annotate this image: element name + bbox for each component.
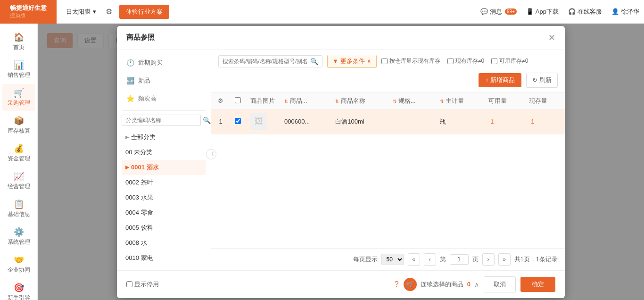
cart-collapse-icon[interactable]: ∧	[474, 281, 479, 288]
product-toolbar: 🔍 ▼ 更多条件 ∧ 按仓库显示现有库存	[211, 50, 565, 93]
col-code-header[interactable]: ⇅ 商品...	[280, 93, 330, 109]
chevron-down-icon: ▾	[93, 8, 96, 15]
row-checkbox[interactable]	[230, 109, 246, 134]
col-name-header[interactable]: ⇅ 商品名称	[330, 93, 388, 109]
product-thumbnail: 🖼	[250, 113, 267, 130]
nav-right: 💬 消息 99+ 📱 App下载 🎧 在线客服 👤 徐泽华	[480, 8, 639, 16]
filter-arrow-icon: ∧	[367, 58, 372, 65]
sidebar-label-purchase: 采购管理	[8, 99, 30, 107]
cb-warehouse[interactable]	[381, 58, 388, 64]
left-tabs: 🕐 近期购买 🆕 新品 ⭐ 频次高	[117, 55, 211, 107]
sidebar-item-finance[interactable]: 💰 资金管理	[2, 140, 35, 167]
purchase-icon: 🛒	[14, 88, 24, 98]
tree-item-drinks[interactable]: 0005 饮料	[122, 220, 206, 235]
collapse-left-panel-btn[interactable]: 《	[206, 149, 216, 159]
confirm-btn[interactable]: 确定	[520, 277, 555, 292]
sidebar-item-inventory[interactable]: 📦 库存核算	[2, 112, 35, 139]
arrow-icon-all: ▶	[125, 134, 129, 140]
mobile-icon: 📱	[526, 8, 534, 15]
col-img-header: 商品图片	[246, 93, 280, 109]
page-first-btn[interactable]: «	[408, 253, 420, 266]
sort-icon-spec: ⇅	[393, 99, 396, 104]
help-icon[interactable]: ?	[395, 280, 399, 289]
arrow-icon-liquor: ▶	[125, 165, 129, 170]
select-all-checkbox[interactable]	[235, 97, 241, 103]
logo-area: 畅捷通好生意 捷员版	[0, 0, 57, 24]
operations-icon: 📈	[14, 171, 24, 182]
tree-item-tea[interactable]: 0002 茶叶	[122, 175, 206, 190]
tree-item-liquor[interactable]: ▶ 0001 酒水	[122, 160, 206, 175]
tree-item-fruit[interactable]: 0003 水果	[122, 190, 206, 205]
sidebar-item-home[interactable]: 🏠 首页	[2, 28, 35, 55]
app-download-btn[interactable]: 📱 App下载	[526, 8, 559, 16]
customer-service-btn[interactable]: 🎧 在线客服	[568, 8, 602, 16]
tree-item-snacks[interactable]: 0004 零食	[122, 205, 206, 220]
table-row[interactable]: 1 🖼 000600... 白酒100ml	[211, 109, 565, 134]
logo-text: 畅捷通好生意	[10, 4, 47, 12]
sidebar-item-sales[interactable]: 📊 销售管理	[2, 56, 35, 83]
refresh-btn[interactable]: ↻ 刷新	[526, 73, 558, 88]
sort-icon-unit: ⇅	[440, 99, 444, 104]
col-available-header[interactable]: 可用量	[484, 93, 524, 109]
row-available: -1	[484, 109, 524, 134]
sidebar-label-home: 首页	[13, 43, 25, 51]
new-icon: 🆕	[126, 77, 134, 84]
cb-stock-ne0-label[interactable]: 现有库存≠0	[447, 57, 484, 65]
sidebar-item-system[interactable]: ⚙️ 系统管理	[2, 223, 35, 250]
cb-stock-ne0[interactable]	[447, 58, 454, 64]
filter-checkboxes: 按仓库显示现有库存 现有库存≠0 可用库存≠0	[381, 57, 528, 65]
sidebar-item-collab[interactable]: 🤝 企业协同	[2, 251, 35, 278]
cart-area: 🛒 连续选择的商品 0 ∧	[404, 278, 479, 291]
main-layout: 🏠 首页 📊 销售管理 🛒 采购管理 📦 库存核算 💰 资金管理 📈 经营管理 …	[0, 24, 644, 300]
more-filter-btn[interactable]: ▼ 更多条件 ∧	[327, 55, 377, 68]
col-stock-header[interactable]: 现存量	[524, 93, 565, 109]
sidebar-item-purchase[interactable]: 🛒 采购管理	[2, 84, 35, 111]
logo-sub: 捷员版	[10, 12, 47, 19]
product-search-icon[interactable]: 🔍	[310, 58, 318, 65]
page-last-btn[interactable]: »	[498, 253, 511, 266]
dialog-body: 🕐 近期购买 🆕 新品 ⭐ 频次高	[117, 50, 565, 270]
tree-item-appliances[interactable]: 0010 家电	[122, 250, 206, 266]
sidebar-item-guide[interactable]: 🎯 新手引导	[2, 279, 35, 300]
trial-btn[interactable]: 体验行业方案	[119, 5, 169, 19]
product-image-icon: 🖼	[255, 117, 263, 126]
nav-dropdown[interactable]: 日太阳膜 ▾	[66, 8, 99, 16]
show-disabled-label[interactable]: 显示停用	[126, 280, 159, 289]
page-number-input[interactable]	[450, 254, 469, 265]
messages-btn[interactable]: 💬 消息 99+	[480, 8, 517, 16]
sidebar-label-collab: 企业协同	[8, 266, 30, 274]
per-page-select[interactable]: 50	[381, 254, 404, 265]
show-disabled-checkbox[interactable]	[126, 281, 132, 287]
category-search-icon[interactable]: 🔍	[203, 117, 211, 124]
cb-available-ne0-label[interactable]: 可用库存≠0	[491, 57, 528, 65]
cb-warehouse-label[interactable]: 按仓库显示现有库存	[381, 57, 440, 65]
page-prev-btn[interactable]: ‹	[424, 253, 436, 266]
tree-item-uncategorized[interactable]: 00 未分类	[122, 145, 206, 160]
cart-icon[interactable]: 🛒	[404, 278, 417, 291]
basic-info-icon: 📋	[14, 199, 24, 209]
gear-icon[interactable]: ⚙	[106, 7, 112, 16]
dialog-title: 商品参照	[126, 33, 155, 42]
col-spec-header[interactable]: ⇅ 规格...	[388, 93, 435, 109]
cb-available-ne0[interactable]	[491, 58, 497, 64]
tree-item-all[interactable]: ▶ 全部分类	[122, 130, 206, 145]
sidebar-item-operations[interactable]: 📈 经营管理	[2, 167, 35, 194]
product-search-input[interactable]	[223, 58, 307, 65]
tab-recent-purchase[interactable]: 🕐 近期购买	[122, 55, 206, 71]
messages-badge: 99+	[505, 8, 517, 15]
category-search-input[interactable]	[122, 115, 201, 126]
row-code: 000600...	[280, 109, 330, 134]
close-icon[interactable]: ✕	[548, 33, 555, 43]
sidebar-item-basic-info[interactable]: 📋 基础信息	[2, 195, 35, 222]
page-next-btn[interactable]: ›	[482, 253, 495, 266]
user-profile-btn[interactable]: 👤 徐泽华	[611, 8, 639, 16]
add-product-btn[interactable]: + 新增商品	[479, 73, 521, 87]
star-icon: ⭐	[126, 95, 134, 102]
tab-frequent[interactable]: ⭐ 频次高	[122, 91, 206, 107]
cancel-btn[interactable]: 取消	[484, 276, 516, 292]
headset-icon: 🎧	[568, 8, 576, 15]
message-icon: 💬	[480, 8, 488, 15]
tab-new-products[interactable]: 🆕 新品	[122, 73, 206, 89]
col-unit-header[interactable]: ⇅ 主计量	[435, 93, 484, 109]
tree-item-water[interactable]: 0008 水	[122, 235, 206, 250]
